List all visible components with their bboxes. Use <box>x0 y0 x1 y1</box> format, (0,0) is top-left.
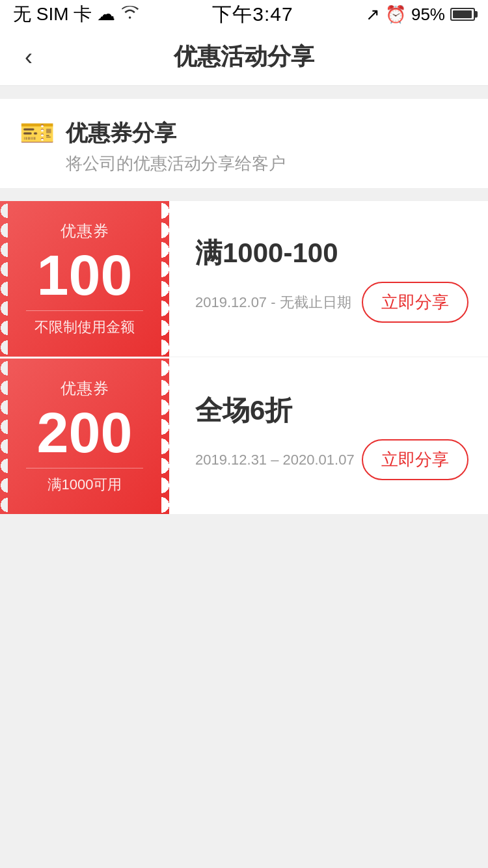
coupon-type-0: 优惠券 <box>61 221 109 241</box>
status-bar: 无 SIM 卡 ☁ 下午3:47 ↗ ⏰ 95% <box>0 0 488 29</box>
coupon-date-0: 2019.12.07 - 无截止日期 <box>195 293 355 312</box>
page-title: 优惠活动分享 <box>174 41 314 73</box>
wifi-icon <box>122 4 140 25</box>
coupon-left-1: 优惠券 200 满1000可用 <box>0 359 169 514</box>
coupon-condition-1: 满1000可用 <box>41 475 129 495</box>
coupon-right-1: 全场6折 2019.12.31 – 2020.01.07 立即分享 <box>169 359 488 514</box>
section-header: 🎫 优惠券分享 将公司的优惠活动分享给客户 <box>0 99 488 188</box>
battery-percent: 95% <box>411 5 445 25</box>
coupon-name-0: 满1000-100 <box>195 235 468 271</box>
coupon-condition-0: 不限制使用金额 <box>28 318 141 337</box>
coupon-name-1: 全场6折 <box>195 392 468 429</box>
coupon-amount-1: 200 <box>37 404 133 461</box>
coupon-bottom-1: 2019.12.31 – 2020.01.07 立即分享 <box>195 439 468 480</box>
coupon-divider-0 <box>26 310 143 311</box>
back-button[interactable]: ‹ <box>18 37 39 77</box>
coupon-list: 优惠券 100 不限制使用金额 满1000-100 2019.12.07 - 无… <box>0 201 488 514</box>
coupon-right-0: 满1000-100 2019.12.07 - 无截止日期 立即分享 <box>169 201 488 357</box>
coupon-amount-0: 100 <box>37 247 133 304</box>
coupon-card: 优惠券 200 满1000可用 全场6折 2019.12.31 – 2020.0… <box>0 359 488 514</box>
location-icon: ↗ <box>366 5 380 25</box>
coupon-type-1: 优惠券 <box>61 378 109 399</box>
share-button-1[interactable]: 立即分享 <box>362 439 468 480</box>
battery-icon <box>450 8 475 21</box>
coupon-bottom-0: 2019.12.07 - 无截止日期 立即分享 <box>195 282 468 323</box>
section-info: 优惠券分享 将公司的优惠活动分享给客户 <box>66 118 286 175</box>
coupon-divider-1 <box>26 468 143 468</box>
coupon-left-0: 优惠券 100 不限制使用金额 <box>0 201 169 357</box>
share-button-0[interactable]: 立即分享 <box>362 282 468 323</box>
status-right: ↗ ⏰ 95% <box>366 5 475 25</box>
coupon-date-1: 2019.12.31 – 2020.01.07 <box>195 452 355 468</box>
sim-status: 无 SIM 卡 ☁ <box>13 2 115 27</box>
coupon-card: 优惠券 100 不限制使用金额 满1000-100 2019.12.07 - 无… <box>0 201 488 357</box>
section-desc: 将公司的优惠活动分享给客户 <box>66 152 286 175</box>
status-time: 下午3:47 <box>212 1 293 28</box>
nav-bar: ‹ 优惠活动分享 <box>0 29 488 86</box>
coupon-share-icon: 🎫 <box>20 118 55 147</box>
section-title: 优惠券分享 <box>66 118 286 148</box>
empty-area <box>0 515 488 868</box>
alarm-icon: ⏰ <box>385 5 406 25</box>
status-left: 无 SIM 卡 ☁ <box>13 2 140 27</box>
